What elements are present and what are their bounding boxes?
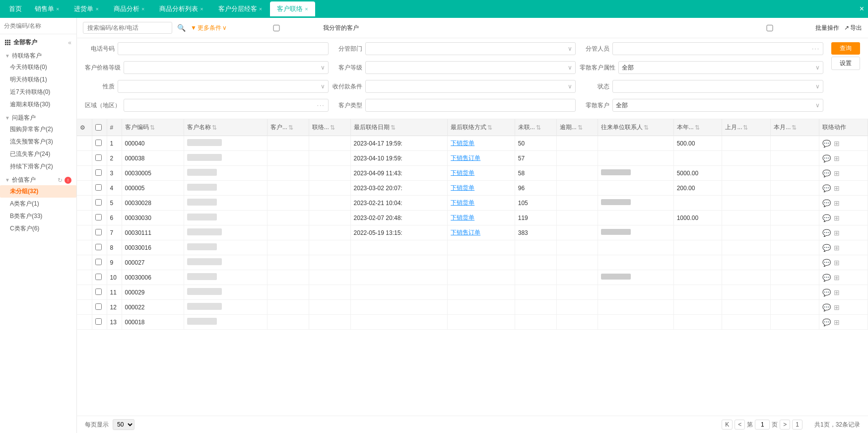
reset-button[interactable]: 设置 <box>831 57 860 70</box>
cell-checkbox[interactable] <box>92 225 107 240</box>
col-last-contact-method[interactable]: 最后联络方式⇅ <box>448 119 515 136</box>
sidebar-item-b-class[interactable]: B类客户(33) <box>0 210 76 222</box>
chat-icon[interactable]: 💬 <box>822 154 831 162</box>
col-name[interactable]: 客户名称⇅ <box>184 119 267 136</box>
chat-icon[interactable]: 💬 <box>822 169 831 177</box>
section-pending-contact[interactable]: ▼ 待联络客户 <box>0 49 76 61</box>
page-size-select[interactable]: 50 <box>113 419 134 430</box>
row-checkbox[interactable] <box>95 154 102 161</box>
price-level-select[interactable]: ∨ <box>124 61 329 74</box>
cell-checkbox[interactable] <box>92 196 107 211</box>
grid-action-icon[interactable]: ⊞ <box>834 229 840 237</box>
col-this-year[interactable]: 本年...⇅ <box>673 119 722 136</box>
row-checkbox[interactable] <box>95 169 102 176</box>
cell-last-contact-method[interactable]: 下销售订单 <box>448 151 515 166</box>
row-checkbox[interactable] <box>95 140 102 146</box>
customer-level-select[interactable]: ∨ <box>365 61 576 74</box>
all-customers-header[interactable]: 全部客户 « <box>0 34 76 49</box>
region-input[interactable]: ··· <box>124 99 329 112</box>
sidebar-item-c-class[interactable]: C类客户(6) <box>0 222 76 235</box>
chat-icon[interactable]: 💬 <box>822 274 831 282</box>
cell-checkbox[interactable] <box>92 285 107 300</box>
row-checkbox[interactable] <box>95 289 102 295</box>
cell-checkbox[interactable] <box>92 181 107 196</box>
customer-type-input[interactable] <box>365 99 576 112</box>
sidebar-item-7days[interactable]: 近7天待联络(0) <box>0 86 76 98</box>
page-number-input[interactable] <box>755 420 770 430</box>
close-icon[interactable]: × <box>200 6 203 12</box>
export-button[interactable]: ↗ 导出 <box>844 24 862 32</box>
sort-icon[interactable]: ⇅ <box>578 124 583 131</box>
row-checkbox[interactable] <box>95 259 102 265</box>
grid-action-icon[interactable]: ⊞ <box>834 199 840 207</box>
sort-icon[interactable]: ⇅ <box>792 124 797 131</box>
sidebar-item-overdue[interactable]: 逾期未联络(30) <box>0 98 76 111</box>
sidebar-item-abnormal[interactable]: 囤购异常客户(2) <box>0 123 76 136</box>
batch-op-check[interactable] <box>725 25 814 31</box>
sparse-attr-select[interactable]: 全部∨ <box>618 61 823 74</box>
cell-last-contact-method[interactable]: 下销货单 <box>448 166 515 181</box>
grid-action-icon[interactable]: ⊞ <box>834 184 840 192</box>
my-customers-check[interactable] <box>232 25 321 31</box>
my-customers-checkbox[interactable]: 我分管的客户 <box>232 24 359 32</box>
cell-checkbox[interactable] <box>92 166 107 181</box>
cell-checkbox[interactable] <box>92 211 107 225</box>
col-last-contact-date[interactable]: 最后联络日期⇅ <box>350 119 448 136</box>
more-conditions-button[interactable]: ▼ 更多条件 ∨ <box>191 24 227 32</box>
phone-input[interactable] <box>118 42 329 55</box>
chat-icon[interactable]: 💬 <box>822 184 831 192</box>
sort-icon[interactable]: ⇅ <box>288 124 293 131</box>
sort-icon[interactable]: ⇅ <box>212 124 217 131</box>
grid-action-icon[interactable]: ⊞ <box>834 303 840 311</box>
cell-last-contact-method[interactable]: 下销货单 <box>448 181 515 196</box>
chat-icon[interactable]: 💬 <box>822 259 831 267</box>
close-icon[interactable]: × <box>305 6 308 12</box>
cell-last-contact-method[interactable]: 下销货单 <box>448 211 515 225</box>
col-this-month[interactable]: 本月...⇅ <box>771 119 819 136</box>
first-page-button[interactable]: K <box>722 420 733 430</box>
prev-page-button[interactable]: < <box>734 420 745 430</box>
sidebar-item-today[interactable]: 今天待联络(0) <box>0 61 76 73</box>
dept-select[interactable]: ∨ <box>365 42 576 55</box>
cell-checkbox[interactable] <box>92 270 107 285</box>
cell-last-contact-method[interactable] <box>448 255 515 270</box>
select-all-checkbox[interactable] <box>95 124 102 131</box>
chat-icon[interactable]: 💬 <box>822 303 831 311</box>
cell-last-contact-method[interactable]: 下销货单 <box>448 196 515 211</box>
sort-icon[interactable]: ⇅ <box>743 124 748 131</box>
search-button[interactable]: 🔍 <box>177 24 186 32</box>
cell-last-contact-method[interactable] <box>448 270 515 285</box>
sort-icon[interactable]: ⇅ <box>487 124 492 131</box>
col-contact[interactable]: 联络...⇅ <box>309 119 350 136</box>
col-last-month[interactable]: 上月...⇅ <box>722 119 771 136</box>
sort-icon[interactable]: ⇅ <box>644 124 649 131</box>
close-icon[interactable]: × <box>95 6 98 12</box>
nature-select[interactable]: ∨ <box>118 80 329 93</box>
last-page-button[interactable]: 1 <box>792 420 802 430</box>
payment-select[interactable]: ∨ <box>365 80 576 93</box>
chat-icon[interactable]: 💬 <box>822 244 831 252</box>
row-checkbox[interactable] <box>95 229 102 235</box>
grid-action-icon[interactable]: ⊞ <box>834 214 840 222</box>
chat-icon[interactable]: 💬 <box>822 214 831 222</box>
refresh-icon[interactable]: ↻ <box>58 177 63 184</box>
tab-purchase[interactable]: 进货单 × <box>67 1 105 16</box>
sidebar-item-lost[interactable]: 已流失客户(24) <box>0 148 76 160</box>
sort-icon[interactable]: ⇅ <box>536 124 541 131</box>
cell-last-contact-method[interactable] <box>448 300 515 315</box>
col-overdue[interactable]: 逾期...⇅ <box>556 119 598 136</box>
col-settings[interactable]: ⚙ <box>77 119 92 136</box>
tab-goods-analysis[interactable]: 商品分析 × <box>107 1 151 16</box>
query-button[interactable]: 查询 <box>831 42 860 55</box>
sidebar-search-input[interactable] <box>4 22 77 29</box>
row-checkbox[interactable] <box>95 274 102 280</box>
grid-action-icon[interactable]: ⊞ <box>834 259 840 267</box>
batch-op-button[interactable]: 批量操作 <box>725 24 839 32</box>
chat-icon[interactable]: 💬 <box>822 140 831 147</box>
cell-checkbox[interactable] <box>92 240 107 255</box>
cell-last-contact-method[interactable] <box>448 285 515 300</box>
grid-action-icon[interactable]: ⊞ <box>834 274 840 282</box>
row-checkbox[interactable] <box>95 244 102 250</box>
row-checkbox[interactable] <box>95 318 102 325</box>
grid-action-icon[interactable]: ⊞ <box>834 169 840 177</box>
